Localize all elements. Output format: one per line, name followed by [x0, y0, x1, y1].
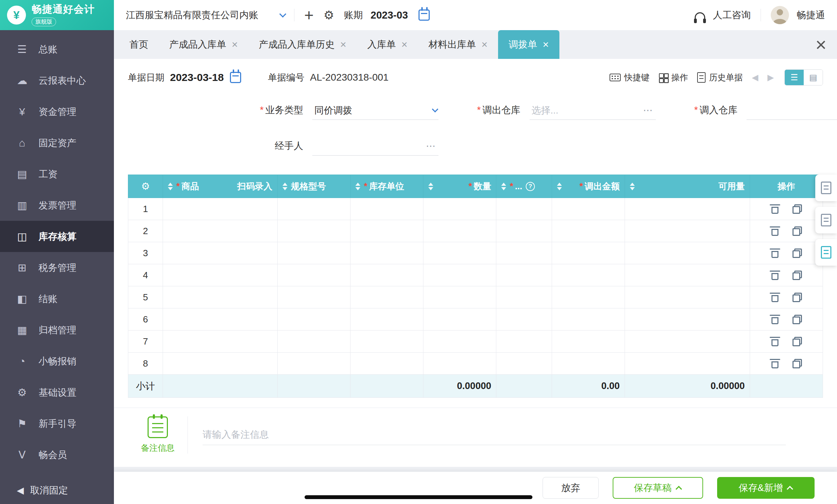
- sidebar-item-closing[interactable]: ◧ 结账: [0, 283, 114, 314]
- copy-row-icon[interactable]: [792, 204, 802, 214]
- more-cell[interactable]: [496, 286, 552, 308]
- column-settings-header[interactable]: ⚙: [128, 175, 163, 198]
- out-warehouse-input[interactable]: 选择... ⋯: [530, 101, 656, 120]
- prev-doc-icon[interactable]: ◀: [752, 73, 758, 82]
- copy-row-icon[interactable]: [792, 248, 802, 258]
- qty-cell[interactable]: [423, 331, 496, 353]
- spec-cell[interactable]: [278, 198, 351, 220]
- amount-column-header[interactable]: 调出金额: [552, 175, 625, 198]
- product-cell[interactable]: [163, 353, 278, 375]
- unit-cell[interactable]: [351, 331, 423, 353]
- copy-row-icon[interactable]: [792, 226, 802, 236]
- unpin-sidebar-button[interactable]: ◀ 取消固定: [0, 477, 114, 504]
- save-draft-button[interactable]: 保存草稿: [613, 477, 703, 499]
- shortcut-keys-button[interactable]: 快捷键: [610, 72, 649, 83]
- sidebar-item-funds[interactable]: ¥ 资金管理: [0, 96, 114, 127]
- sidebar-item-invoices[interactable]: ▥ 发票管理: [0, 190, 114, 221]
- more-cell[interactable]: [496, 264, 552, 286]
- qty-cell[interactable]: [423, 220, 496, 242]
- qty-cell[interactable]: [423, 353, 496, 375]
- tab-inbound-order[interactable]: 入库单 ×: [357, 30, 418, 59]
- delete-row-icon[interactable]: [771, 293, 779, 302]
- amount-cell[interactable]: [552, 242, 625, 264]
- sidebar-item-reimburse[interactable]: ◔ 小畅报销: [0, 346, 114, 377]
- amount-cell[interactable]: [552, 264, 625, 286]
- delete-row-icon[interactable]: [771, 337, 779, 346]
- amount-cell[interactable]: [552, 308, 625, 331]
- sidebar-item-payroll[interactable]: ▤ 工资: [0, 158, 114, 190]
- chevron-down-icon[interactable]: [432, 106, 438, 112]
- scan-entry-link[interactable]: 扫码录入: [237, 181, 272, 192]
- spec-cell[interactable]: [278, 264, 351, 286]
- amount-cell[interactable]: [552, 353, 625, 375]
- close-icon[interactable]: ×: [543, 39, 549, 50]
- rail-summary-button[interactable]: [815, 175, 837, 201]
- sidebar-item-tax[interactable]: ⊞ 税务管理: [0, 252, 114, 283]
- unit-cell[interactable]: [351, 353, 423, 375]
- unit-cell[interactable]: [351, 242, 423, 264]
- copy-row-icon[interactable]: [792, 315, 802, 324]
- gear-icon[interactable]: ⚙: [324, 8, 334, 22]
- sidebar-item-cloud-reports[interactable]: ☁ 云报表中心: [0, 65, 114, 96]
- avatar[interactable]: [771, 6, 789, 24]
- product-cell[interactable]: [163, 242, 278, 264]
- copy-row-icon[interactable]: [792, 271, 802, 280]
- sidebar-item-inventory[interactable]: ◫ 库存核算: [0, 221, 114, 252]
- tab-home[interactable]: 首页: [119, 30, 159, 59]
- support-link[interactable]: 人工咨询: [713, 9, 751, 21]
- close-icon[interactable]: ×: [340, 39, 347, 50]
- product-column-header[interactable]: 商品 扫码录入: [163, 175, 278, 198]
- more-cell[interactable]: [496, 198, 552, 220]
- biz-type-select[interactable]: 同价调拨: [312, 101, 438, 120]
- unit-cell[interactable]: [351, 308, 423, 331]
- close-icon[interactable]: ×: [482, 39, 488, 50]
- tab-finished-goods-inbound-history[interactable]: 产成品入库单历史 ×: [249, 30, 357, 59]
- sidebar-item-settings[interactable]: ⚙ 基础设置: [0, 377, 114, 408]
- close-panel-icon[interactable]: ×: [815, 35, 826, 54]
- sidebar-item-guide[interactable]: ⚑ 新手引导: [0, 408, 114, 439]
- doc-date-calendar-icon[interactable]: [230, 72, 241, 83]
- delete-row-icon[interactable]: [771, 248, 779, 258]
- out-warehouse-picker-icon[interactable]: ⋯: [643, 104, 654, 116]
- amount-cell[interactable]: [552, 286, 625, 308]
- sort-icon[interactable]: [501, 183, 506, 190]
- product-cell[interactable]: [163, 198, 278, 220]
- list-view-button[interactable]: ☰: [785, 70, 804, 85]
- amount-cell[interactable]: [552, 331, 625, 353]
- qty-cell[interactable]: [423, 242, 496, 264]
- sort-icon[interactable]: [557, 183, 562, 190]
- period-calendar-icon[interactable]: [418, 9, 430, 21]
- operations-button[interactable]: 操作: [659, 72, 688, 83]
- delete-row-icon[interactable]: [771, 359, 779, 368]
- close-icon[interactable]: ×: [232, 39, 238, 50]
- spec-cell[interactable]: [278, 331, 351, 353]
- more-column-header[interactable]: ...: [496, 175, 552, 198]
- product-cell[interactable]: [163, 264, 278, 286]
- sidebar-item-fixed-assets[interactable]: ⌂ 固定资产: [0, 127, 114, 158]
- period-value[interactable]: 2023-03: [370, 9, 408, 21]
- close-icon[interactable]: ×: [401, 39, 408, 50]
- history-docs-button[interactable]: 历史单据: [697, 72, 743, 83]
- more-cell[interactable]: [496, 242, 552, 264]
- rail-report-button[interactable]: [815, 207, 837, 233]
- next-doc-icon[interactable]: ▶: [768, 73, 774, 82]
- sort-icon[interactable]: [428, 183, 433, 190]
- unit-column-header[interactable]: 库存单位: [351, 175, 423, 198]
- tab-finished-goods-inbound[interactable]: 产成品入库单 ×: [159, 30, 249, 59]
- doc-date-value[interactable]: 2023-03-18: [170, 71, 224, 83]
- sort-icon[interactable]: [355, 183, 360, 190]
- sort-icon[interactable]: [168, 183, 173, 190]
- spec-cell[interactable]: [278, 353, 351, 375]
- delete-row-icon[interactable]: [771, 204, 779, 214]
- spec-cell[interactable]: [278, 220, 351, 242]
- product-cell[interactable]: [163, 220, 278, 242]
- qty-cell[interactable]: [423, 198, 496, 220]
- copy-row-icon[interactable]: [792, 359, 802, 368]
- unit-cell[interactable]: [351, 264, 423, 286]
- delete-row-icon[interactable]: [771, 271, 779, 280]
- rail-form-button[interactable]: [815, 239, 837, 266]
- company-selector[interactable]: 江西服宝精品有限责任公司内账: [126, 9, 284, 21]
- qty-cell[interactable]: [423, 264, 496, 286]
- more-cell[interactable]: [496, 331, 552, 353]
- discard-button[interactable]: 放弃: [543, 477, 599, 499]
